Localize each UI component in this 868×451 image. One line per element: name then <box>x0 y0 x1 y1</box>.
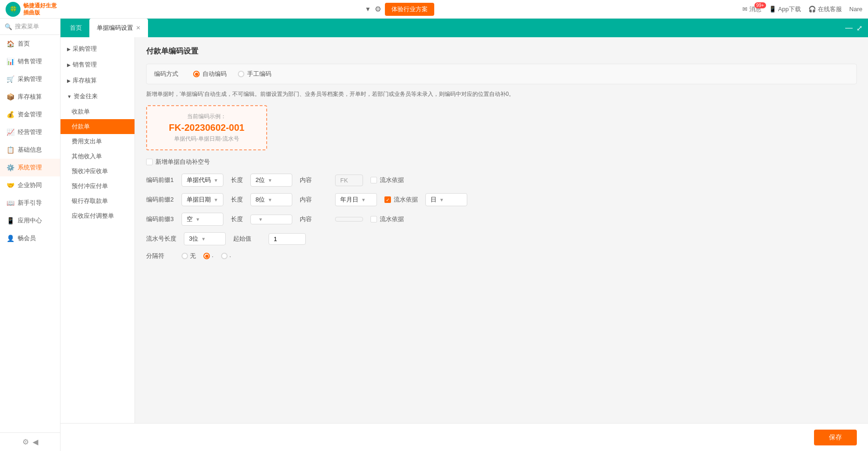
separator-label: 分隔符 <box>146 252 174 260</box>
sidebar-item-enterprise[interactable]: 🤝 企业协同 <box>0 176 60 194</box>
top-bar: 🍀 畅捷通好生意 插曲版 ▼ ⚙ 体验行业方案 ✉ 消息 99+ 📱 App下载… <box>0 0 868 19</box>
sales-icon: 📊 <box>7 58 14 65</box>
prefix-3-content-input <box>335 217 363 222</box>
sub-item-receipt[interactable]: 收款单 <box>61 104 135 119</box>
settings-icon[interactable]: ⚙ <box>375 5 381 13</box>
sidebar-item-inventory[interactable]: 📦 库存核算 <box>0 88 60 106</box>
sidebar-item-operations[interactable]: 📈 经营管理 <box>0 123 60 141</box>
sidebar-item-basic[interactable]: 📋 基础信息 <box>0 141 60 159</box>
sep-none-radio[interactable]: 无 <box>182 252 196 260</box>
sep-dot1-indicator <box>203 253 210 259</box>
sub-group-purchase-title[interactable]: ▶ 采购管理 <box>61 41 135 57</box>
radio-manual[interactable]: 手工编码 <box>238 70 271 78</box>
sub-item-prepay-payable[interactable]: 预付冲应付单 <box>61 179 135 194</box>
sub-item-expense[interactable]: 费用支出单 <box>61 134 135 149</box>
sidebar-item-finance[interactable]: 💰 资金管理 <box>0 106 60 123</box>
prefix-1-stream-checkbox[interactable]: 流水依据 <box>370 176 404 184</box>
logo: 🍀 畅捷通好生意 插曲版 <box>6 2 57 17</box>
separator-radio-group: 无 · · <box>182 252 231 260</box>
separator-row: 分隔符 无 · · <box>146 252 857 260</box>
auto-fill-row[interactable]: 新增单据自动补空号 <box>146 158 857 166</box>
sub-group-capital-title[interactable]: ▼ 资金往来 <box>61 88 135 104</box>
tab-encoding[interactable]: 单据编码设置 ✕ <box>89 19 148 37</box>
start-value-input[interactable] <box>269 233 306 245</box>
operations-icon: 📈 <box>7 128 14 136</box>
basic-icon: 📋 <box>7 146 14 154</box>
top-bar-right: ✉ 消息 99+ 📱 App下载 🎧 在线客服 Nare <box>742 5 862 13</box>
sub-group-capital: ▼ 资金往来 收款单 付款单 费用支出单 其他收入单 预收冲应收单 预付冲应付单… <box>61 88 135 223</box>
nav-dropdown[interactable]: ▼ <box>365 6 371 13</box>
sub-group-sales-title[interactable]: ▶ 销售管理 <box>61 57 135 73</box>
bottom-bar: 保存 <box>61 423 868 451</box>
sub-item-prepay-receivable[interactable]: 预收冲应收单 <box>61 164 135 179</box>
prefix-3-label: 编码前缀3 <box>146 215 174 223</box>
sub-item-bank[interactable]: 银行存取款单 <box>61 194 135 209</box>
inventory-icon: 📦 <box>7 93 14 101</box>
sidebar-search[interactable]: 🔍 搜索菜单 <box>0 19 60 35</box>
tab-area: 首页 单据编码设置 ✕ — ⤢ ▶ 采购管理 <box>61 19 868 451</box>
sidebar-item-guide[interactable]: 📖 新手引导 <box>0 194 60 212</box>
top-bar-center: ▼ ⚙ 体验行业方案 <box>365 3 434 16</box>
sidebar-item-member[interactable]: 👤 畅会员 <box>0 229 60 247</box>
sidebar-item-apps[interactable]: 📱 应用中心 <box>0 212 60 229</box>
online-service-button[interactable]: 🎧 在线客服 <box>808 5 842 13</box>
prefix-2-label: 编码前缀2 <box>146 195 174 204</box>
sidebar-item-home[interactable]: 🏠 首页 <box>0 35 60 53</box>
tab-minimize-icon[interactable]: — <box>845 24 853 32</box>
radio-auto[interactable]: 自动编码 <box>193 70 227 78</box>
settings-bottom-icon[interactable]: ⚙ <box>22 438 29 446</box>
enterprise-icon: 🤝 <box>7 182 14 189</box>
prefix-1-length-select[interactable]: 2位 ▼ <box>250 174 292 187</box>
trial-button[interactable]: 体验行业方案 <box>385 3 434 16</box>
sep-dot1-radio[interactable]: · <box>203 253 214 260</box>
tab-close-button[interactable]: ✕ <box>136 25 141 31</box>
sub-item-other-income[interactable]: 其他收入单 <box>61 149 135 164</box>
prefix-row-3: 编码前缀3 空 ▼ 长度 ▼ 内容 <box>146 213 857 226</box>
logo-text: 畅捷通好生意 插曲版 <box>23 2 57 16</box>
prefix-3-stream-checkbox[interactable]: 流水依据 <box>370 215 404 223</box>
serial-length-label: 流水号长度 <box>146 235 176 243</box>
serial-row: 流水号长度 3位 ▼ 起始值 <box>146 232 857 245</box>
prefix-2-stream-unit-select[interactable]: 日 ▼ <box>425 193 467 206</box>
sidebar-item-sales[interactable]: 📊 销售管理 <box>0 53 60 70</box>
prefix-2-content-select[interactable]: 年月日 ▼ <box>335 193 377 206</box>
system-icon: ⚙️ <box>7 164 14 171</box>
user-avatar[interactable]: Nare <box>849 6 862 13</box>
tab-expand-icon[interactable]: ⤢ <box>856 24 862 33</box>
sidebar-item-purchase[interactable]: 🛒 采购管理 <box>0 70 60 88</box>
prefix-3-select[interactable]: 空 ▼ <box>182 213 223 226</box>
prefix-2-stream-checkbox-indicator: ✓ <box>384 196 391 203</box>
purchase-icon: 🛒 <box>7 75 14 83</box>
message-button[interactable]: ✉ 消息 99+ <box>742 5 761 13</box>
sep-dot2-radio[interactable]: · <box>221 253 231 260</box>
serial-length-select[interactable]: 3位 ▼ <box>184 232 226 245</box>
sub-item-payment[interactable]: 付款单 <box>61 119 135 134</box>
finance-icon: 💰 <box>7 111 14 118</box>
prefix-3-stream-checkbox-indicator <box>370 216 377 222</box>
encoding-method-section: 编码方式 自动编码 手工编码 <box>146 64 857 84</box>
save-button[interactable]: 保存 <box>814 430 857 445</box>
guide-icon: 📖 <box>7 199 14 207</box>
app-download-button[interactable]: 📱 App下载 <box>769 5 801 13</box>
prefix-1-content-input: FK <box>335 175 363 186</box>
preview-code: FK-20230602-001 <box>156 122 257 133</box>
tab-home[interactable]: 首页 <box>62 19 89 37</box>
prefix-2-stream-checkbox[interactable]: ✓ 流水依据 <box>384 195 418 204</box>
tab-bar: 首页 单据编码设置 ✕ — ⤢ <box>61 19 868 37</box>
tab-bar-actions: — ⤢ <box>845 24 866 33</box>
sep-dot2-indicator <box>221 253 228 259</box>
prefix-3-length-select[interactable]: ▼ <box>250 215 292 224</box>
prefix-2-length-label: 长度 <box>231 195 243 204</box>
info-text: 新增单据时，'单据编码'自动生成，不可编辑。前缀设置为部门、业务员等档案类，开单… <box>146 90 857 99</box>
prefix-1-select[interactable]: 单据代码 ▼ <box>182 174 223 187</box>
sub-item-adjustment[interactable]: 应收应付调整单 <box>61 209 135 223</box>
auto-fill-checkbox[interactable] <box>146 159 153 165</box>
logo-icon: 🍀 <box>6 2 20 17</box>
collapse-icon[interactable]: ◀ <box>33 438 38 446</box>
prefix-1-stream-checkbox-indicator <box>370 177 377 183</box>
sub-group-inventory-title[interactable]: ▶ 库存核算 <box>61 73 135 88</box>
prefix-3-content-label: 内容 <box>300 215 328 223</box>
prefix-2-select[interactable]: 单据日期 ▼ <box>182 193 223 206</box>
prefix-2-length-select[interactable]: 8位 ▼ <box>250 193 292 206</box>
sidebar-item-system[interactable]: ⚙️ 系统管理 <box>0 159 60 176</box>
